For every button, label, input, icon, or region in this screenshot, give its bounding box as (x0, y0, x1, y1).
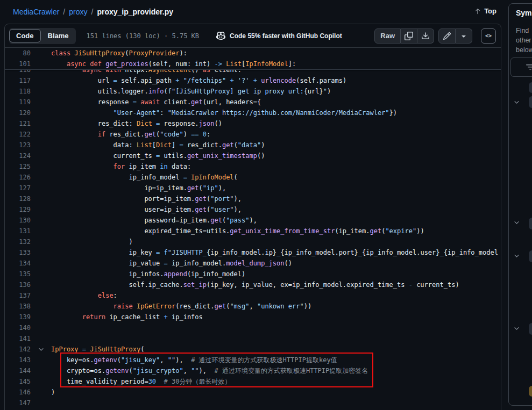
code-text: IpProxy = JiSuHttpProxy( (51, 344, 144, 355)
chevron-down-icon[interactable] (513, 252, 521, 260)
code-line: 117 url = self.api_path + "/fetchips" + … (5, 75, 501, 86)
edit-dropdown-button[interactable] (456, 28, 472, 44)
code-text: ) (51, 236, 133, 247)
line-number[interactable]: 141 (5, 335, 31, 342)
line-number[interactable]: 119 (5, 98, 31, 106)
breadcrumb-separator: / (63, 8, 65, 16)
file-view: Code Blame 151 lines (130 loc) · 5.75 KB… (4, 24, 501, 410)
line-number[interactable]: 116 (5, 70, 31, 74)
line-number[interactable]: 101 (5, 60, 31, 68)
code-text: expired_time_ts=utils.get_unix_time_from… (51, 226, 424, 236)
line-number[interactable]: 133 (5, 249, 31, 256)
line-number[interactable]: 130 (5, 217, 31, 224)
code-text: password=ip_item.get("pass"), (51, 215, 257, 226)
edit-file-button[interactable] (438, 28, 456, 44)
code-line: 136 self.ip_cache.set_ip(ip_key, ip_valu… (5, 279, 501, 290)
code-text: data: List[Dict] = res_dict.get("data") (51, 140, 265, 150)
breadcrumb-folder-link[interactable]: proxy (69, 8, 87, 16)
line-number[interactable]: 145 (5, 378, 31, 385)
line-number[interactable]: 121 (5, 120, 31, 127)
symbols-filter-input[interactable] (510, 57, 532, 77)
line-number[interactable]: 118 (5, 88, 31, 95)
line-number[interactable]: 117 (5, 77, 31, 84)
line-number[interactable]: 137 (5, 292, 31, 299)
line-number[interactable]: 144 (5, 367, 31, 375)
copilot-banner: Code 55% faster with GitHub Copilot (216, 31, 342, 40)
tab-code[interactable]: Code (9, 29, 41, 42)
line-number[interactable]: 139 (5, 313, 31, 321)
download-raw-button[interactable] (417, 28, 434, 44)
code-pane: 80class JiSuHttpProxy(ProxyProvider):101… (5, 48, 501, 410)
line-number[interactable]: 131 (5, 227, 31, 235)
line-number[interactable]: 126 (5, 174, 31, 181)
line-number[interactable]: 135 (5, 270, 31, 278)
code-line: 143 key=os.getenv("jisu_key", ""), # 通过环… (5, 355, 501, 365)
line-number[interactable]: 80 (5, 49, 31, 57)
code-text: for ip_item in data: (51, 161, 191, 172)
symbol-chip[interactable] (529, 323, 532, 335)
code-text: user=ip_item.get("user"), (51, 204, 242, 215)
chevron-down-icon[interactable] (513, 219, 521, 226)
code-text: ip_infos.append(ip_info_model) (51, 269, 245, 279)
pencil-icon (443, 32, 451, 40)
scroll-to-top-button[interactable]: Top (471, 5, 500, 17)
code-line: 126 ip_info_model = IpInfoModel( (5, 172, 501, 183)
line-number[interactable]: 134 (5, 260, 31, 267)
line-number[interactable]: 138 (5, 303, 31, 310)
code-line: 131 expired_time_ts=utils.get_unix_time_… (5, 226, 501, 236)
code-line: 141 (5, 333, 501, 344)
line-number[interactable]: 146 (5, 389, 31, 396)
code-line: 133 ip_key = f"JISUHTTP_{ip_info_model.i… (5, 247, 501, 258)
line-number[interactable]: 122 (5, 131, 31, 138)
code-text: response = await client.get(url, headers… (51, 97, 261, 107)
line-number[interactable]: 120 (5, 109, 31, 117)
code-line: 140 (5, 322, 501, 333)
symbol-chip[interactable] (529, 250, 532, 262)
code-text: raise IpGetError(res_dict.get("msg", "un… (51, 301, 311, 312)
code-line: 120 "User-Agent": "MediaCrawler https://… (5, 107, 501, 118)
copilot-banner-text: Code 55% faster with GitHub Copilot (230, 32, 342, 40)
line-number[interactable]: 127 (5, 184, 31, 192)
symbol-chip[interactable] (529, 96, 532, 108)
line-number[interactable]: 124 (5, 152, 31, 160)
code-line: 130 password=ip_item.get("pass"), (5, 215, 501, 226)
code-text: ip=ip_item.get("ip"), (51, 183, 226, 193)
scroll-to-top-label: Top (484, 7, 496, 15)
copy-raw-button[interactable] (401, 28, 417, 44)
breadcrumb-file-name: proxy_ip_provider.py (97, 8, 173, 16)
line-number[interactable]: 142 (5, 346, 31, 353)
chevron-down-icon[interactable] (513, 325, 521, 332)
code-text: utils.logger.info(f"[JiSuHttpProxy] get … (51, 86, 331, 97)
line-number[interactable]: 143 (5, 356, 31, 364)
symbol-chip[interactable] (529, 218, 532, 229)
partially-scrolled-line: 116 async with httpx.AsyncClient() as cl… (5, 70, 501, 75)
chevron-down-icon[interactable] (513, 98, 521, 106)
symbol-chip-highlighted[interactable] (529, 386, 532, 397)
code-line: 145 time_validity_period=30 # 30分钟（最长时效） (5, 376, 501, 387)
code-square-icon: <> (485, 33, 492, 39)
code-text: class JiSuHttpProxy(ProxyProvider): (51, 48, 187, 59)
line-number[interactable]: 125 (5, 163, 31, 170)
code-text: if res_dict.get("code") == 0: (51, 129, 210, 140)
code-line: 144 crypto=os.getenv("jisu_crypto", ""),… (5, 365, 501, 376)
raw-button[interactable]: Raw (374, 28, 401, 44)
code-text: return ip_cache_list + ip_infos (51, 312, 203, 322)
line-number[interactable]: 132 (5, 238, 31, 246)
line-number[interactable]: 147 (5, 399, 31, 407)
line-number[interactable]: 123 (5, 141, 31, 149)
line-number[interactable]: 140 (5, 324, 31, 332)
tab-blame[interactable]: Blame (41, 29, 76, 42)
code-line: 139 return ip_cache_list + ip_infos (5, 312, 501, 322)
code-text: async def get_proxies(self, num: int) ->… (51, 59, 296, 69)
line-number[interactable]: 136 (5, 281, 31, 289)
collapse-chevron-icon[interactable] (31, 346, 51, 353)
line-number[interactable]: 128 (5, 195, 31, 203)
code-text: crypto=os.getenv("jisu_crypto", ""), # 通… (51, 365, 368, 376)
code-line: 134 ip_value = ip_info_model.model_dump_… (5, 258, 501, 269)
code-line: 118 utils.logger.info(f"[JiSuHttpProxy] … (5, 86, 501, 97)
symbols-panel-toggle[interactable]: <> (481, 28, 496, 44)
breadcrumb-repo-link[interactable]: MediaCrawler (13, 8, 59, 16)
symbol-chip[interactable] (529, 82, 532, 93)
line-number[interactable]: 129 (5, 206, 31, 213)
symbols-panel-description: Find other below (516, 26, 532, 55)
